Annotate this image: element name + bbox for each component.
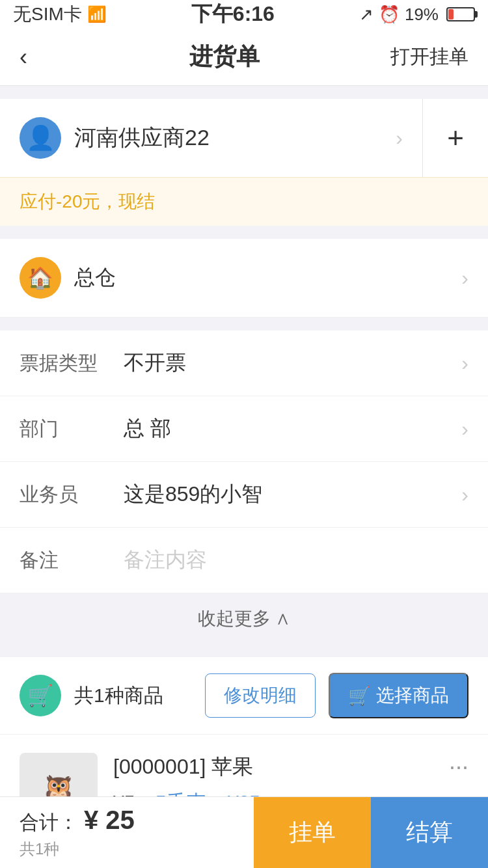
gap-1 [0,86,488,99]
carrier-label: 无SIM卡 [13,2,82,27]
chevron-right-icon: › [396,126,403,150]
product-code: [0000001] [113,755,206,778]
warehouse-icon: 🏠 [20,257,61,299]
alarm-icon: ⏰ [379,5,400,25]
salesperson-value: 这是859的小智 [124,480,455,509]
status-time: 下午6:16 [191,0,275,29]
settle-button[interactable]: 结算 [371,797,488,869]
invoice-value: 不开票 [124,349,455,377]
product-header: 🛒 共1种商品 修改明细 🛒 选择商品 [0,657,488,734]
wifi-icon: 📶 [87,5,107,23]
supplier-avatar: 👤 [20,117,61,159]
department-selector[interactable]: 部门 总 部 › [0,396,488,462]
supplier-section: 👤 河南供应商22 › + [0,99,488,177]
remark-field[interactable]: 备注 备注内容 [0,528,488,593]
total-label: 合计： [20,811,78,833]
back-button[interactable]: ‹ [20,44,59,71]
product-icon: 🛒 [20,675,61,716]
gap-3 [0,318,488,331]
salesperson-selector[interactable]: 业务员 这是859的小智 › [0,462,488,528]
page-title: 进货单 [189,41,260,73]
total-section: 合计： ¥ 25 共1种 [0,806,254,860]
department-label: 部门 [20,416,124,442]
more-options-button[interactable]: ··· [449,753,468,780]
open-hold-button[interactable]: 打开挂单 [390,44,468,70]
battery-label: 19% [405,5,439,25]
status-bar: 无SIM卡 📶 下午6:16 ↗ ⏰ 19% [0,0,488,29]
department-value: 总 部 [124,414,455,443]
salesperson-label: 业务员 [20,481,124,508]
gap-2 [0,226,488,239]
chevron-right-icon: › [461,417,468,441]
total-amount: ¥ 25 [84,806,135,834]
supplier-selector[interactable]: 👤 河南供应商22 › [0,99,423,177]
location-icon: ↗ [359,5,373,25]
chevron-right-icon: › [461,351,468,375]
remark-label: 备注 [20,547,124,574]
add-supplier-button[interactable]: + [423,122,488,154]
chevron-right-icon: › [461,266,468,290]
invoice-type-selector[interactable]: 票据类型 不开票 › [0,331,488,396]
select-product-button[interactable]: 🛒 选择商品 [329,673,468,718]
chevron-right-icon: › [461,483,468,507]
total-row: 合计： ¥ 25 [20,806,234,836]
bottom-bar: 合计： ¥ 25 共1种 挂单 结算 [0,796,488,868]
product-name: [0000001] 苹果 [113,753,433,781]
notice-banner: 应付-20元，现结 [0,177,488,226]
total-count: 共1种 [20,839,234,860]
supplier-name: 河南供应商22 [74,123,389,153]
collapse-button[interactable]: 收起更多 ∧ [0,593,488,644]
status-right: ↗ ⏰ 19% [359,5,475,25]
cart-icon: 🛒 [348,685,371,707]
status-left: 无SIM卡 📶 [13,2,107,27]
select-product-label: 选择商品 [376,683,449,708]
hold-button[interactable]: 挂单 [254,797,371,869]
shopping-icon: 🛒 [27,683,53,708]
nav-bar: ‹ 进货单 打开挂单 [0,29,488,86]
user-icon: 👤 [26,124,55,152]
edit-detail-button[interactable]: 修改明细 [205,673,316,718]
product-title: 苹果 [211,755,253,778]
warehouse-name: 总仓 [74,264,455,292]
warehouse-selector[interactable]: 🏠 总仓 › [0,239,488,318]
remark-placeholder: 备注内容 [124,546,468,575]
product-count: 共1种商品 [74,683,192,709]
home-icon: 🏠 [27,265,53,290]
battery-icon [446,7,475,21]
invoice-label: 票据类型 [20,350,124,377]
